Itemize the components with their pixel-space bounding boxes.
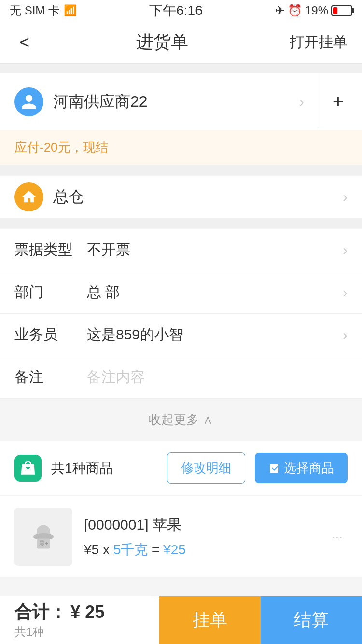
product-info: [0000001] 苹果 ¥5 x 5千克 = ¥25 — [84, 515, 315, 559]
divider-warehouse — [0, 165, 362, 175]
wifi-icon: 📶 — [64, 4, 77, 17]
product-unit-price: ¥5 — [84, 542, 99, 557]
product-equals: = — [152, 542, 163, 557]
product-multiply: x — [103, 542, 113, 557]
supplier-chevron-icon: › — [299, 94, 304, 110]
select-product-button[interactable]: 选择商品 — [255, 453, 348, 483]
hang-button[interactable]: 挂单 — [159, 596, 261, 644]
location-icon: ✈ — [275, 4, 285, 17]
status-right: ✈ ⏰ 19% — [275, 4, 352, 17]
salesperson-label: 业务员 — [14, 325, 77, 345]
form-section: 票据类型 不开票 › 部门 总 部 › 业务员 这是859的小智 › 备注 备注… — [0, 229, 362, 399]
page-title: 进货单 — [136, 30, 188, 54]
invoice-type-value: 不开票 — [77, 240, 343, 260]
warehouse-section[interactable]: 总仓 › — [0, 176, 362, 218]
department-row[interactable]: 部门 总 部 › — [0, 271, 362, 314]
status-left: 无 SIM 卡 📶 — [10, 3, 77, 18]
note-label: 备注 — [14, 367, 77, 387]
summary-info: 合计： ¥ 25 共1种 — [0, 601, 159, 640]
shopping-bag-icon — [20, 460, 36, 476]
collapse-button[interactable]: 收起更多 ∧ — [0, 400, 362, 440]
warehouse-chevron-icon: › — [343, 189, 348, 205]
checkout-button[interactable]: 结算 — [261, 596, 362, 644]
status-time: 下午6:16 — [149, 1, 203, 20]
select-product-icon — [268, 462, 280, 474]
divider-top — [0, 64, 362, 73]
product-price: ¥5 x 5千克 = ¥25 — [84, 541, 315, 559]
battery-icon — [331, 5, 352, 16]
department-value: 总 部 — [77, 282, 343, 302]
bottom-bar: 合计： ¥ 25 共1种 挂单 结算 — [0, 596, 362, 644]
salesperson-value: 这是859的小智 — [77, 325, 343, 345]
battery-text: 19% — [305, 4, 328, 17]
supplier-section[interactable]: 河南供应商22 › + — [0, 73, 362, 130]
product-thumbnail: 晨+ — [14, 508, 72, 566]
invoice-type-chevron-icon: › — [343, 242, 348, 258]
open-pending-button[interactable]: 打开挂单 — [290, 32, 348, 52]
alarm-icon: ⏰ — [288, 4, 302, 17]
department-chevron-icon: › — [343, 284, 348, 301]
salesperson-chevron-icon: › — [343, 327, 348, 343]
warehouse-name: 总仓 — [53, 186, 343, 208]
warehouse-icon — [14, 182, 43, 211]
note-row[interactable]: 备注 备注内容 — [0, 356, 362, 399]
payment-info: 应付-20元，现结 — [0, 130, 362, 165]
supplier-avatar — [14, 87, 43, 116]
divider-form — [0, 218, 362, 228]
total-label: 合计： — [14, 602, 67, 622]
person-icon — [20, 93, 38, 111]
nav-bar: < 进货单 打开挂单 — [0, 21, 362, 64]
status-bar: 无 SIM 卡 📶 下午6:16 ✈ ⏰ 19% — [0, 0, 362, 21]
total-amount: 合计： ¥ 25 — [14, 601, 145, 624]
salesperson-row[interactable]: 业务员 这是859的小智 › — [0, 314, 362, 356]
total-value: ¥ 25 — [70, 602, 104, 622]
add-supplier-button[interactable]: + — [319, 73, 348, 130]
note-placeholder[interactable]: 备注内容 — [77, 367, 348, 387]
edit-detail-button[interactable]: 修改明细 — [167, 452, 245, 484]
product-icon — [14, 455, 42, 482]
svg-text:晨+: 晨+ — [39, 540, 48, 547]
back-button[interactable]: < — [14, 28, 34, 57]
product-count-text: 共1种商品 — [51, 459, 157, 477]
product-name: [0000001] 苹果 — [84, 515, 315, 535]
product-total: ¥25 — [163, 542, 186, 557]
total-count: 共1种 — [14, 624, 145, 640]
product-more-button[interactable]: ··· — [327, 524, 348, 549]
supplier-name: 河南供应商22 — [53, 74, 299, 130]
department-label: 部门 — [14, 282, 77, 302]
carrier-text: 无 SIM 卡 — [10, 3, 60, 18]
invoice-type-row[interactable]: 票据类型 不开票 › — [0, 229, 362, 271]
product-item: 晨+ [0000001] 苹果 ¥5 x 5千克 = ¥25 ··· — [0, 496, 362, 577]
select-product-label: 选择商品 — [284, 460, 334, 476]
home-icon — [21, 189, 37, 205]
product-header: 共1种商品 修改明细 选择商品 — [0, 441, 362, 495]
product-placeholder-icon: 晨+ — [27, 520, 60, 554]
product-quantity: 5千克 — [113, 542, 148, 557]
invoice-type-label: 票据类型 — [14, 240, 77, 260]
